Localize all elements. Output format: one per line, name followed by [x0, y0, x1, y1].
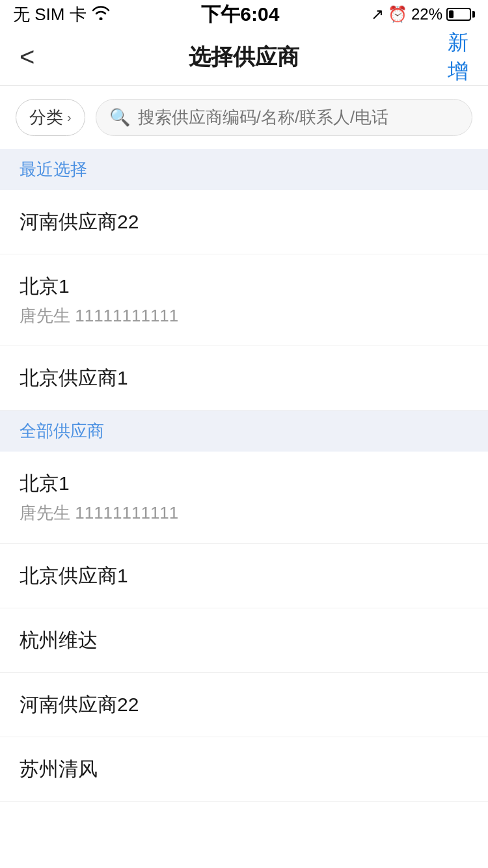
list-item[interactable]: 河南供应商22 — [0, 673, 488, 737]
add-button[interactable]: 新增 — [429, 29, 468, 86]
search-box[interactable]: 🔍 — [96, 99, 472, 136]
list-item[interactable]: 北京供应商1 — [0, 544, 488, 608]
alarm-icon: ⏰ — [388, 5, 407, 23]
status-bar: 无 SIM 卡 下午6:04 ↗ ⏰ 22% — [0, 0, 488, 29]
item-name: 北京1 — [20, 273, 468, 300]
all-items-list: 北京1唐先生 11111111111北京供应商1杭州维达河南供应商22苏州清风 — [0, 452, 488, 801]
recent-items-list: 河南供应商22北京1唐先生 11111111111北京供应商1 — [0, 190, 488, 411]
list-item[interactable]: 苏州清风 — [0, 737, 488, 802]
category-label: 分类 — [29, 106, 63, 129]
item-name: 杭州维达 — [20, 627, 468, 654]
all-section-header: 全部供应商 — [0, 411, 488, 452]
all-section-label: 全部供应商 — [20, 421, 104, 441]
item-name: 北京供应商1 — [20, 562, 468, 590]
item-name: 北京供应商1 — [20, 364, 468, 392]
item-name: 河南供应商22 — [20, 691, 468, 718]
battery-percent: 22% — [411, 5, 442, 23]
nav-bar: < 选择供应商 新增 — [0, 29, 488, 86]
filter-row: 分类 › 🔍 — [0, 86, 488, 149]
list-item[interactable]: 河南供应商22 — [0, 190, 488, 254]
category-filter-button[interactable]: 分类 › — [16, 99, 85, 136]
item-name: 河南供应商22 — [20, 208, 468, 236]
search-input[interactable] — [138, 107, 459, 128]
battery-indicator — [446, 8, 475, 21]
recent-section-header: 最近选择 — [0, 149, 488, 190]
page-title: 选择供应商 — [189, 42, 299, 72]
status-left: 无 SIM 卡 — [13, 3, 110, 26]
list-item[interactable]: 北京1唐先生 11111111111 — [0, 254, 488, 346]
item-name: 北京1 — [20, 470, 468, 497]
list-item[interactable]: 北京1唐先生 11111111111 — [0, 452, 488, 543]
location-icon: ↗ — [371, 5, 384, 23]
sim-label: 无 SIM 卡 — [13, 3, 87, 26]
wifi-icon — [92, 5, 110, 25]
item-sub: 唐先生 11111111111 — [20, 304, 468, 327]
status-right: ↗ ⏰ 22% — [371, 5, 475, 23]
search-icon: 🔍 — [109, 107, 130, 128]
recent-section-label: 最近选择 — [20, 159, 87, 179]
back-button[interactable]: < — [20, 42, 59, 72]
item-sub: 唐先生 11111111111 — [20, 501, 468, 524]
list-item[interactable]: 杭州维达 — [0, 608, 488, 673]
list-item[interactable]: 北京供应商1 — [0, 346, 488, 411]
category-arrow-icon: › — [67, 110, 72, 125]
item-name: 苏州清风 — [20, 755, 468, 783]
time-display: 下午6:04 — [201, 1, 279, 28]
